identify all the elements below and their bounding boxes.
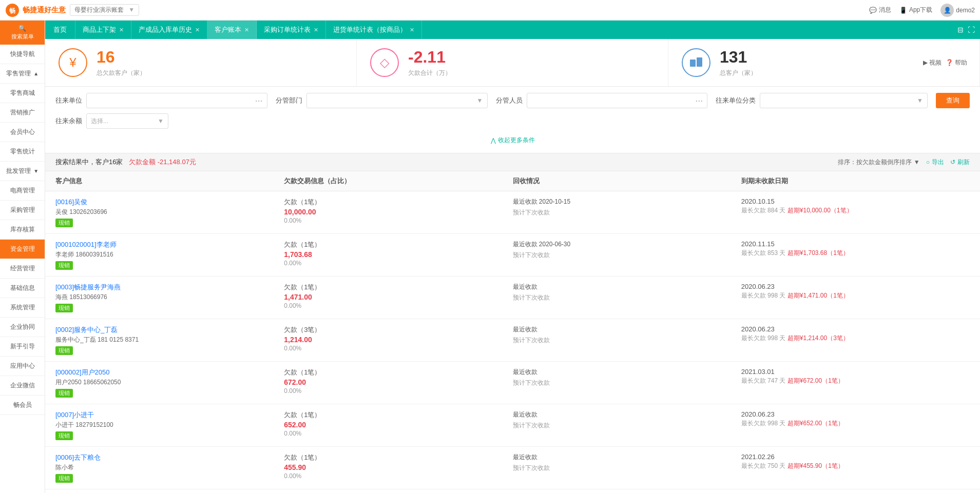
- overdue-amount-link[interactable]: 超期¥455.90（1笔）: [787, 462, 844, 469]
- debt-percent: 0.00%: [284, 345, 512, 352]
- tab-purchase-stats[interactable]: 采购订单统计表 ✕: [257, 21, 326, 39]
- debt-amount[interactable]: 1,471.00: [284, 293, 512, 301]
- overdue-amount-link[interactable]: 超期¥672.00（1笔）: [787, 377, 844, 384]
- customer-name-link[interactable]: [0007]小进干: [55, 411, 94, 419]
- close-tab-purchase-stats[interactable]: ✕: [314, 27, 318, 33]
- customer-name-link[interactable]: [0002]服务中心_丁磊: [55, 326, 118, 333]
- overdue-amount-link[interactable]: 超期¥10,000.00（1笔）: [787, 207, 853, 214]
- sidebar-item-system[interactable]: 系统管理: [0, 298, 45, 318]
- overdue-amount-link[interactable]: 超期¥652.00（1笔）: [787, 420, 844, 427]
- col-due-date: 到期未收款日期: [741, 176, 970, 186]
- due-date-value: 2020.06.23: [741, 325, 970, 333]
- tab-more-icon[interactable]: ⊟: [957, 26, 964, 34]
- sidebar-item-finance[interactable]: 资金管理: [0, 240, 45, 259]
- next-collection: 预计下次收款: [513, 208, 741, 217]
- tab-home[interactable]: 首页: [45, 21, 75, 39]
- customer-name-link[interactable]: [0003]畅捷服务尹海燕: [55, 283, 121, 291]
- table-header: 客户信息 欠款交易信息（占比） 回收情况 到期未收款日期: [45, 171, 980, 191]
- export-button[interactable]: ○ 导出: [926, 158, 944, 167]
- overdue-amount-link[interactable]: 超期¥1,471.00（1笔）: [787, 292, 849, 299]
- refresh-button[interactable]: ↺ 刷新: [950, 158, 970, 167]
- collapse-button[interactable]: ⋀ 收起更多条件: [55, 134, 970, 147]
- sidebar-item-wechat[interactable]: 企业微信: [0, 376, 45, 396]
- refresh-icon: ↺: [950, 159, 955, 166]
- results-summary: 搜索结果中，客户16家: [55, 158, 123, 166]
- tab-purchase-by-product[interactable]: 进货单统计表（按商品） ✕: [326, 21, 422, 39]
- customer-name-link[interactable]: [0001020001]李老师: [55, 241, 117, 248]
- due-date-value: 2020.06.23: [741, 410, 970, 418]
- dept-filter: 分管部门 ▼: [276, 93, 488, 108]
- collection-status-cell: 最近收款 预计下次收款: [513, 283, 741, 302]
- next-collection: 预计下次收款: [513, 336, 741, 345]
- table-row: [0007]小进干 小进干 18279152100 现销 欠款（1笔） 652.…: [45, 404, 980, 447]
- customer-tag: 现销: [55, 431, 73, 440]
- sidebar-search[interactable]: 🔍 搜索菜单: [0, 21, 45, 45]
- sidebar-item-guide[interactable]: 新手引导: [0, 337, 45, 357]
- sidebar-item-retail-mall[interactable]: 零售商城: [0, 84, 45, 103]
- debt-amount[interactable]: 1,703.68: [284, 250, 512, 259]
- sidebar-item-retail-mgmt[interactable]: 零售管理 ▲: [0, 64, 45, 84]
- sort-label[interactable]: 排序：按欠款金额倒序排序 ▼: [838, 158, 920, 167]
- tab-customer-account[interactable]: 客户账本 ✕: [207, 21, 257, 39]
- total-customers-icon: [682, 48, 710, 77]
- due-date-cell: 2020.11.15 最长欠款 853 天 超期¥1,703.68（1笔）: [741, 240, 970, 258]
- sidebar-item-batch-mgmt[interactable]: 批发管理 ▼: [0, 162, 45, 181]
- debt-amount[interactable]: 1,214.00: [284, 336, 512, 344]
- debt-info-cell: 欠款（1笔） 652.00 0.00%: [284, 410, 512, 437]
- overdue-amount-link[interactable]: 超期¥1,214.00（3笔）: [787, 334, 849, 342]
- due-date-value: 2021.03.01: [741, 368, 970, 376]
- overdue-amount-link[interactable]: 超期¥1,703.68（1笔）: [787, 249, 849, 257]
- overdue-info: 最长欠款 998 天 超期¥1,214.00（3笔）: [741, 334, 970, 343]
- sidebar-item-member[interactable]: 会员中心: [0, 123, 45, 142]
- customer-name-link[interactable]: [0016]吴俊: [55, 198, 87, 206]
- tab-product-history[interactable]: 产成品入库单历史 ✕: [131, 21, 207, 39]
- collection-status-cell: 最近收款 预计下次收款: [513, 368, 741, 387]
- collection-status-cell: 最近收款 2020-10-15 预计下次收款: [513, 198, 741, 217]
- company-selector[interactable]: 母婴行业演示账套 ▼: [70, 4, 139, 16]
- video-action[interactable]: ▶ 视频: [923, 58, 941, 67]
- tab-expand-icon[interactable]: ⛶: [968, 26, 975, 34]
- close-tab-purchase-by-product[interactable]: ✕: [410, 27, 414, 33]
- customer-phone: 陈小希: [55, 463, 284, 472]
- help-action[interactable]: ❓ 帮助: [946, 58, 967, 67]
- balance-select[interactable]: 选择... ▼: [86, 113, 168, 129]
- user-avatar[interactable]: 👤 demo2: [940, 4, 975, 17]
- customer-phone: 海燕 18513066976: [55, 293, 284, 302]
- sidebar-item-basic-info[interactable]: 基础信息: [0, 279, 45, 298]
- close-tab-products[interactable]: ✕: [119, 27, 124, 33]
- sidebar-item-quick-nav[interactable]: 快捷导航: [0, 45, 45, 64]
- debt-info-cell: 欠款（1笔） 1,703.68 0.00%: [284, 240, 512, 267]
- debt-amount[interactable]: 10,000.00: [284, 208, 512, 216]
- person-input[interactable]: ···: [527, 93, 708, 108]
- debt-total-icon: ◇: [370, 48, 399, 77]
- customer-name-link[interactable]: [000002]用户2050: [55, 368, 110, 376]
- sidebar-item-purchase[interactable]: 采购管理: [0, 201, 45, 220]
- close-tab-product-history[interactable]: ✕: [195, 27, 200, 33]
- sidebar-item-operations[interactable]: 经营管理: [0, 259, 45, 279]
- overdue-info: 最长欠款 884 天 超期¥10,000.00（1笔）: [741, 206, 970, 215]
- app-download-btn[interactable]: 📱 App下载: [899, 6, 932, 14]
- debt-amount[interactable]: 672.00: [284, 378, 512, 386]
- unit-class-label: 往来单位分类: [716, 96, 756, 105]
- tab-products-onoff[interactable]: 商品上下架 ✕: [75, 21, 131, 39]
- message-btn[interactable]: 💬 消息: [869, 6, 891, 14]
- sidebar-item-apps[interactable]: 应用中心: [0, 357, 45, 376]
- sidebar-item-enterprise[interactable]: 企业协同: [0, 318, 45, 337]
- debt-amount[interactable]: 455.90: [284, 463, 512, 471]
- sidebar-item-marketing[interactable]: 营销推广: [0, 103, 45, 123]
- overdue-info: 最长欠款 747 天 超期¥672.00（1笔）: [741, 377, 970, 385]
- logo: 畅 畅捷通好生意: [5, 3, 66, 17]
- sidebar-item-retail-stats[interactable]: 零售统计: [0, 142, 45, 162]
- dept-select[interactable]: ▼: [306, 93, 488, 108]
- close-tab-customer-account[interactable]: ✕: [244, 27, 249, 33]
- sidebar-item-vip[interactable]: 畅会员: [0, 396, 45, 415]
- source-unit-input[interactable]: ···: [86, 93, 267, 108]
- due-date-cell: 2021.02.26 最长欠款 750 天 超期¥455.90（1笔）: [741, 453, 970, 470]
- balance-label: 往来余额: [55, 116, 82, 126]
- debt-amount[interactable]: 652.00: [284, 421, 512, 429]
- sidebar-item-ecommerce[interactable]: 电商管理: [0, 181, 45, 201]
- unit-class-select[interactable]: ▼: [760, 93, 928, 108]
- query-button[interactable]: 查询: [936, 93, 970, 108]
- sidebar-item-inventory[interactable]: 库存核算: [0, 220, 45, 240]
- customer-name-link[interactable]: [0006]去下粮仓: [55, 453, 101, 461]
